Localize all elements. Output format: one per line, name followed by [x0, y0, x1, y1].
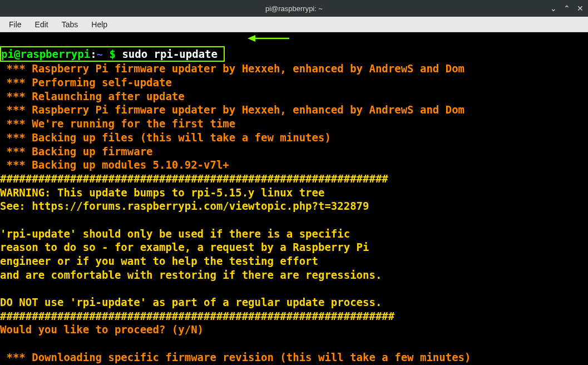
- window-title: pi@raspberrypi: ~: [265, 4, 323, 13]
- menu-edit[interactable]: Edit: [29, 18, 54, 31]
- output-advice: 'rpi-update' should only be used if ther…: [0, 228, 350, 240]
- output-line: *** Relaunching after update: [0, 90, 185, 102]
- output-line: *** Backing up firmware: [0, 145, 153, 157]
- prompt-command: sudo rpi-update: [122, 48, 218, 60]
- window-titlebar: pi@raspberrypi: ~ ⌄ ⌃ ✕: [0, 0, 588, 17]
- window-controls: ⌄ ⌃ ✕: [550, 4, 584, 13]
- output-hashes: ########################################…: [0, 310, 394, 322]
- menu-file[interactable]: File: [3, 18, 27, 31]
- output-advice: engineer or if you want to help the test…: [0, 255, 318, 267]
- output-line: *** Raspberry Pi firmware updater by Hex…: [0, 103, 465, 116]
- prompt-dollar: $: [103, 48, 122, 60]
- prompt-colon: :: [90, 48, 96, 60]
- prompt-user-host: pi@raspberrypi: [1, 48, 90, 60]
- minimize-icon[interactable]: ⌄: [550, 4, 557, 13]
- output-warning: See: https://forums.raspberrypi.com/view…: [0, 200, 369, 212]
- output-warning: WARNING: This update bumps to rpi-5.15.y…: [0, 186, 324, 199]
- output-advice: and are comfortable with restoring if th…: [0, 269, 382, 281]
- output-download: *** Downloading specific firmware revisi…: [0, 351, 471, 363]
- menu-tabs[interactable]: Tabs: [56, 18, 84, 31]
- output-line: *** Backing up files (this will take a f…: [0, 131, 331, 144]
- maximize-icon[interactable]: ⌃: [564, 4, 570, 13]
- output-line: *** We're running for the first time: [0, 117, 235, 130]
- output-proceed-prompt: Would you like to proceed? (y/N): [0, 323, 204, 336]
- terminal-area[interactable]: pi@raspberrypi:~ $ sudo rpi-update *** R…: [0, 32, 588, 365]
- output-hashes: ########################################…: [0, 172, 388, 185]
- output-line: *** Backing up modules 5.10.92-v7l+: [0, 159, 229, 171]
- output-donot: DO NOT use 'rpi-update' as part of a reg…: [0, 296, 382, 308]
- menu-help[interactable]: Help: [86, 18, 113, 31]
- output-line: *** Performing self-update: [0, 76, 172, 88]
- close-icon[interactable]: ✕: [577, 4, 584, 13]
- prompt-path: ~: [97, 48, 103, 60]
- output-advice: reason to do so - for example, a request…: [0, 241, 369, 253]
- menubar: File Edit Tabs Help: [0, 17, 588, 32]
- command-highlight-box: pi@raspberrypi:~ $ sudo rpi-update: [0, 46, 225, 62]
- output-line: *** Raspberry Pi firmware updater by Hex…: [0, 62, 465, 75]
